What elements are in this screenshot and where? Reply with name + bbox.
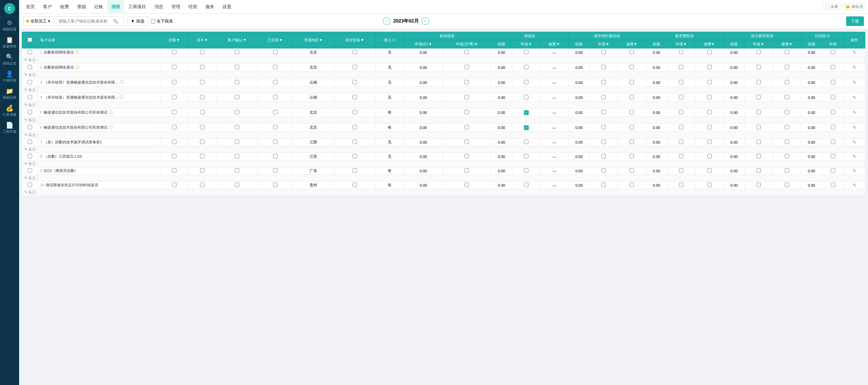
city-declare-checkbox[interactable] (601, 140, 606, 144)
vat-declare-checkbox[interactable] (524, 50, 528, 54)
edit-icon[interactable]: ✎ (853, 154, 856, 159)
clear-card-checkbox[interactable] (200, 125, 204, 129)
row-checkbox[interactable] (28, 140, 32, 144)
copy-tax-checkbox[interactable] (172, 168, 176, 173)
row-checkbox[interactable] (28, 183, 32, 187)
city-declare-checkbox[interactable] (601, 110, 606, 114)
local-edu-pay-checkbox[interactable] (785, 140, 789, 144)
edit-icon[interactable]: ✎ (853, 95, 856, 100)
city-declare-checkbox[interactable] (601, 168, 606, 173)
edu-pay-checkbox[interactable] (707, 95, 712, 99)
local-edu-declare-checkbox[interactable] (756, 65, 761, 69)
monthly-report-checkbox[interactable] (465, 50, 469, 54)
edu-pay-checkbox[interactable] (707, 110, 712, 114)
client-confirm-checkbox[interactable] (235, 80, 239, 84)
nav-billing[interactable]: 收费 (56, 0, 73, 14)
client-confirm-checkbox[interactable] (235, 125, 239, 129)
tax-paid-checkbox[interactable] (273, 65, 278, 69)
edu-declare-checkbox[interactable] (679, 95, 683, 99)
city-declare-checkbox[interactable] (601, 95, 606, 99)
edit-icon[interactable]: ✎ (853, 80, 856, 85)
tax-paid-checkbox[interactable] (273, 183, 278, 187)
monthly-report-checkbox[interactable] (465, 80, 469, 84)
copy-tax-checkbox[interactable] (172, 65, 176, 69)
sidebar-item-tax-records[interactable]: 📁 报税记录 (0, 85, 19, 102)
city-pay-checkbox[interactable] (629, 183, 634, 187)
tax-paid-checkbox[interactable] (273, 50, 278, 54)
tax-device-checkbox[interactable] (353, 80, 357, 84)
edit-icon[interactable]: ✎ (853, 110, 856, 115)
sidebar-item-tax-settings[interactable]: ⚙ 报税设置 (0, 17, 19, 34)
edu-declare-checkbox[interactable] (679, 154, 683, 158)
edit-icon[interactable]: ✎ (853, 183, 856, 188)
tax-device-checkbox[interactable] (353, 125, 357, 129)
vat-declare-checkbox[interactable] (524, 154, 528, 158)
stamp-declare-checkbox[interactable] (831, 140, 835, 144)
stamp-declare-checkbox[interactable] (831, 154, 835, 158)
city-pay-checkbox[interactable] (629, 80, 634, 84)
note-edit-icon[interactable]: ✎ (24, 88, 27, 92)
nav-message[interactable]: 消息 (150, 0, 167, 14)
monthly-report-checkbox[interactable] (465, 95, 469, 99)
tax-device-checkbox[interactable] (353, 95, 357, 99)
local-edu-declare-checkbox[interactable] (756, 183, 761, 187)
stamp-declare-checkbox[interactable] (831, 110, 835, 114)
nav-customer[interactable]: 客户 (39, 0, 56, 14)
edit-icon[interactable]: ✎ (853, 50, 856, 55)
search-input[interactable] (58, 19, 113, 24)
edu-declare-checkbox[interactable] (679, 65, 683, 69)
vat-declare-checked[interactable]: ✓ (524, 110, 529, 115)
monthly-report-checkbox[interactable] (465, 65, 469, 69)
edu-declare-checkbox[interactable] (679, 80, 683, 84)
local-edu-pay-checkbox[interactable] (785, 65, 789, 69)
stamp-declare-checkbox[interactable] (831, 125, 835, 129)
stamp-declare-checkbox[interactable] (831, 95, 835, 99)
edit-icon[interactable]: ✎ (853, 65, 856, 70)
tax-paid-checkbox[interactable] (273, 154, 278, 158)
client-confirm-checkbox[interactable] (235, 183, 239, 187)
local-edu-declare-checkbox[interactable] (756, 154, 761, 158)
edu-declare-checkbox[interactable] (679, 50, 683, 54)
stamp-declare-checkbox[interactable] (831, 50, 835, 54)
local-edu-pay-checkbox[interactable] (785, 125, 789, 129)
local-edu-declare-checkbox[interactable] (756, 50, 761, 54)
city-declare-checkbox[interactable] (601, 50, 606, 54)
note-edit-icon[interactable]: ✎ (24, 190, 27, 194)
edu-declare-checkbox[interactable] (679, 168, 683, 173)
local-edu-declare-checkbox[interactable] (756, 140, 761, 144)
note-edit-icon[interactable]: ✎ (24, 73, 27, 77)
local-edu-pay-checkbox[interactable] (785, 110, 789, 114)
city-declare-checkbox[interactable] (601, 65, 606, 69)
employee-filter[interactable]: 全部员工 ▾ (23, 16, 53, 26)
local-edu-pay-checkbox[interactable] (785, 168, 789, 173)
edu-pay-checkbox[interactable] (707, 140, 712, 144)
tax-paid-checkbox[interactable] (273, 168, 278, 173)
tax-device-checkbox[interactable] (353, 65, 357, 69)
clear-card-checkbox[interactable] (200, 80, 204, 84)
clear-card-checkbox[interactable] (200, 140, 204, 144)
local-edu-pay-checkbox[interactable] (785, 154, 789, 158)
edit-icon[interactable]: ✎ (853, 125, 856, 130)
nav-manage[interactable]: 管理 (167, 0, 184, 14)
edu-pay-checkbox[interactable] (707, 50, 712, 54)
monthly-report-checkbox[interactable] (465, 110, 469, 114)
nav-settings[interactable]: 设置 (218, 0, 236, 14)
nav-accounting[interactable]: 记账 (90, 0, 107, 14)
local-edu-declare-checkbox[interactable] (756, 125, 761, 129)
sidebar-item-annual-settlement[interactable]: 💰 汇算清缴 (0, 102, 19, 119)
checkbox-label-container[interactable]: 名下税表 (151, 18, 173, 24)
vat-declare-checkbox[interactable] (524, 95, 528, 99)
city-declare-checkbox[interactable] (601, 183, 606, 187)
note-edit-icon[interactable]: ✎ (24, 103, 27, 107)
tax-device-checkbox[interactable] (353, 168, 357, 173)
fullscreen-btn[interactable]: ⛶ 全屏 (823, 3, 840, 10)
monthly-report-checkbox[interactable] (465, 183, 469, 187)
client-confirm-checkbox[interactable] (235, 168, 239, 173)
client-confirm-checkbox[interactable] (235, 140, 239, 144)
select-all-checkbox[interactable] (28, 38, 32, 42)
city-declare-checkbox[interactable] (601, 80, 606, 84)
clear-card-checkbox[interactable] (200, 183, 204, 187)
vat-declare-checkbox[interactable] (524, 183, 528, 187)
clear-card-checkbox[interactable] (200, 168, 204, 173)
copy-tax-checkbox[interactable] (172, 125, 176, 129)
